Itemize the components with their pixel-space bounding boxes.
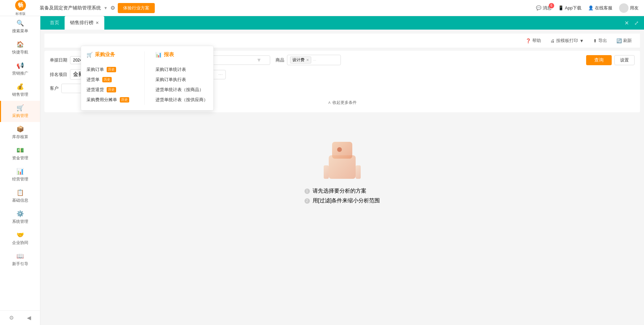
export-icon: ⬆: [593, 38, 597, 43]
sidebar-footer: ⚙ ◀: [0, 310, 40, 325]
step-1-num: 1: [305, 189, 310, 194]
sidebar-label-quicknav: 快捷导航: [12, 49, 28, 55]
app-download-label: App下载: [565, 5, 581, 11]
export-button[interactable]: ⬆ 导出: [591, 36, 610, 45]
empty-tip-1-text: 请先选择要分析的方案: [313, 188, 366, 195]
report-col-title: 📊 报表: [155, 51, 208, 60]
goods-tag: 设计费 ✕: [290, 56, 311, 64]
refresh-button[interactable]: 🔄 刷新: [614, 36, 635, 45]
sidebar-item-finance[interactable]: 💵 资金管理: [0, 143, 40, 164]
collapse-label: 收起更多条件: [332, 100, 357, 105]
messages-badge: 6: [549, 3, 554, 8]
goods-tag-label: 设计费: [292, 57, 305, 63]
empty-tip-1: 1 请先选择要分析的方案: [305, 188, 380, 195]
logo-icon: 畅: [15, 0, 26, 11]
goods-filter: 商品 设计费 ✕ ···: [276, 55, 341, 65]
topbar-system: 装备及固定资产辅助管理系统 ▼ ⚙ 体验行业方案: [40, 3, 536, 13]
sidebar-item-quicknav[interactable]: 🏠 快捷导航: [0, 37, 40, 58]
gear-icon[interactable]: ⚙: [110, 5, 115, 11]
print-button[interactable]: 🖨 按模板打印 ▼: [548, 36, 586, 45]
dropdown-item-purchase-order-stat[interactable]: 采购订单统计表: [155, 65, 208, 75]
empty-tips: 1 请先选择要分析的方案 2 用[过滤]条件来缩小分析范围: [305, 188, 380, 204]
system-icon: ⚙️: [16, 210, 24, 217]
dropdown-item-purchase-order-exec[interactable]: 采购订单执行表: [155, 75, 208, 85]
sidebar-item-inventory[interactable]: 📦 库存核算: [0, 122, 40, 143]
customer-label: 客户: [50, 85, 59, 91]
sidebar-item-search[interactable]: 🔍 搜索菜单: [0, 16, 40, 37]
sidebar-item-operations[interactable]: 📊 经营管理: [0, 164, 40, 186]
goods-tag-close-icon[interactable]: ✕: [306, 58, 309, 62]
query-button[interactable]: 查询: [586, 55, 612, 65]
industry-button[interactable]: 体验行业方案: [118, 3, 155, 13]
purchase-expense-history[interactable]: 历史: [120, 97, 129, 103]
goods-input[interactable]: 设计费 ✕ ···: [287, 55, 341, 65]
help-icon: ❓: [526, 38, 531, 43]
tab-home[interactable]: 首页: [44, 16, 65, 30]
staff-dots: ···: [218, 72, 223, 78]
tab-fullscreen-button[interactable]: ⤢: [633, 18, 640, 28]
date-label: 单据日期: [50, 57, 67, 63]
sidebar-item-purchase[interactable]: 🛒 采购管理: [0, 101, 40, 122]
sidebar-item-enterprise[interactable]: 🤝 企业协同: [0, 228, 40, 249]
dropdown-divider: [144, 51, 145, 105]
settings-button[interactable]: 设置: [614, 55, 635, 65]
status-arrow-icon: ▼: [256, 57, 262, 63]
robot-eye: [337, 147, 342, 152]
app-download-button[interactable]: 📱 App下载: [558, 5, 581, 11]
dropdown-item-purchase-expense[interactable]: 采购费用分摊单 历史: [86, 95, 134, 105]
dropdown-item-inbound-return[interactable]: 进货退货 历史: [86, 85, 134, 95]
active-bar: [0, 101, 1, 122]
sidebar-item-guide[interactable]: 📖 新手引导: [0, 249, 40, 270]
dropdown-item-inbound[interactable]: 进货单 历史: [86, 75, 134, 85]
tab-close-icon[interactable]: ✕: [96, 21, 99, 25]
purchase-order-stat-label: 采购订单统计表: [155, 67, 186, 73]
system-arrow-icon[interactable]: ▼: [104, 6, 108, 10]
robot-arm-right: [356, 165, 361, 179]
purchase-column: 🛒 采购业务 采购订单 历史 进货单 历史 进货退货 历史: [86, 51, 134, 105]
message-icon: 💬: [536, 5, 541, 10]
sidebar-item-basic[interactable]: 📋 基础信息: [0, 186, 40, 207]
empty-tip-2-text: 用[过滤]条件来缩小分析范围: [313, 197, 380, 204]
sidebar-label-operations: 经营管理: [12, 176, 28, 182]
purchase-order-exec-label: 采购订单执行表: [155, 77, 186, 83]
sidebar-label-system: 系统管理: [12, 219, 28, 225]
help-button[interactable]: ❓ 帮助: [523, 36, 544, 45]
online-service-label: 在线客服: [595, 5, 612, 11]
goods-label: 商品: [276, 57, 284, 63]
avatar: [619, 3, 629, 13]
sidebar-label-sales: 销售管理: [12, 92, 28, 97]
user-area[interactable]: 用友: [619, 3, 639, 13]
sidebar-label-guide: 新手引导: [12, 261, 28, 267]
purchase-col-title: 🛒 采购业务: [86, 51, 134, 60]
dropdown-item-purchase-order[interactable]: 采购订单 历史: [86, 65, 134, 75]
topbar-right: 💬 消息 6 📱 App下载 👤 在线客服 用友: [536, 3, 639, 13]
dropdown-item-inbound-by-goods[interactable]: 进货单统计表（按商品）: [155, 85, 208, 95]
tab-close-button[interactable]: ✕: [623, 18, 630, 28]
sidebar-item-marketing[interactable]: 📢 营销推广: [0, 58, 40, 80]
footer-collapse-icon[interactable]: ◀: [27, 315, 31, 321]
tab-actions: ✕ ⤢: [623, 18, 640, 28]
tab-sales-rank[interactable]: 销售排行榜 ✕: [65, 16, 104, 30]
inbound-return-history[interactable]: 历史: [107, 87, 116, 92]
sidebar-item-sales[interactable]: 💰 销售管理: [0, 80, 40, 101]
content-area: 首页 销售排行榜 ✕ ✕ ⤢ 🛒 采购业务: [40, 16, 644, 325]
collapse-icon: ∧: [328, 100, 331, 105]
operations-icon: 📊: [16, 168, 24, 175]
purchase-order-history[interactable]: 历史: [107, 67, 116, 72]
online-service-button[interactable]: 👤 在线客服: [588, 5, 612, 11]
robot-body: [329, 155, 356, 179]
inbound-by-supplier-label: 进货单统计表（按供应商）: [155, 97, 208, 103]
messages-button[interactable]: 💬 消息 6: [536, 5, 551, 11]
refresh-icon: 🔄: [616, 38, 622, 43]
sidebar-item-system[interactable]: ⚙️ 系统管理: [0, 207, 40, 228]
action-buttons: 查询 设置: [586, 55, 635, 65]
purchase-icon: 🛒: [16, 104, 24, 112]
service-icon: 👤: [588, 5, 594, 10]
robot-head: [332, 142, 352, 159]
dropdown-item-inbound-by-supplier[interactable]: 进货单统计表（按供应商）: [155, 95, 208, 105]
footer-settings-icon[interactable]: ⚙: [9, 315, 14, 321]
print-icon: 🖨: [550, 38, 555, 43]
purchase-col-icon: 🛒: [86, 52, 93, 58]
inbound-history[interactable]: 历史: [102, 77, 112, 82]
sidebar: 🔍 搜索菜单 🏠 快捷导航 📢 营销推广 💰 销售管理 🛒 采购管理 📦 库存核…: [0, 16, 40, 325]
